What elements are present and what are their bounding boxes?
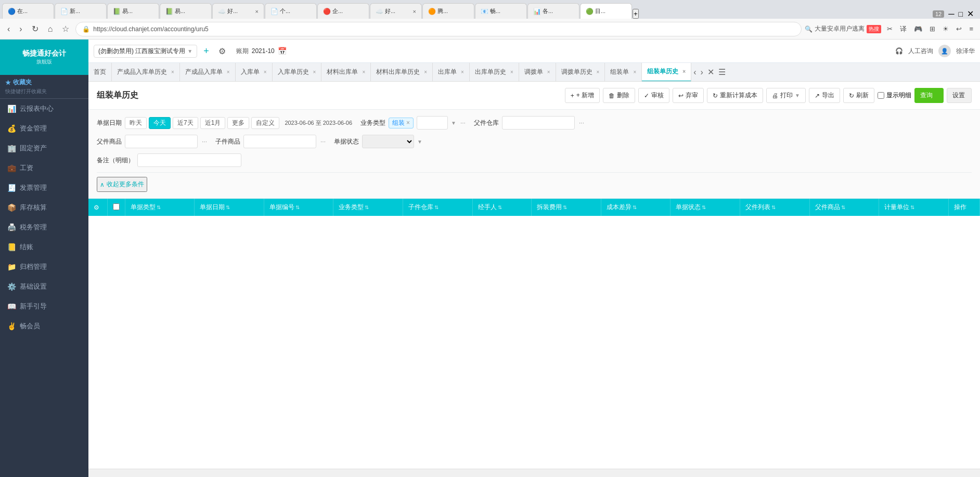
more-options-icon[interactable]: ··· — [579, 119, 584, 126]
close-icon[interactable]: × — [682, 69, 686, 74]
company-settings-button[interactable]: ⚙ — [215, 44, 229, 58]
sidebar-item-settings[interactable]: ⚙️ 基础设置 — [0, 277, 88, 296]
parent-goods-input[interactable] — [125, 135, 198, 148]
sidebar-item-reports[interactable]: 📊 云报表中心 — [0, 99, 88, 119]
sidebar-item-fixed-assets[interactable]: 🏢 固定资产 — [0, 138, 88, 158]
print-button[interactable]: 🖨 打印 ▼ — [766, 88, 806, 103]
tab-material-outbound-history[interactable]: 材料出库单历史 × — [371, 63, 433, 82]
th-dismantling-fee[interactable]: 拆装费用⇅ — [532, 199, 601, 216]
close-icon[interactable]: × — [227, 69, 230, 75]
sidebar-favorites[interactable]: ★ 收藏夹 快捷键打开收藏夹 — [0, 75, 88, 99]
select-all-checkbox[interactable] — [113, 203, 120, 210]
th-child-warehouse[interactable]: 子件仓库⇅ — [403, 199, 473, 216]
close-icon[interactable]: × — [255, 8, 259, 15]
date-1month-button[interactable]: 近1月 — [200, 117, 226, 129]
back-button[interactable]: ‹ — [4, 22, 13, 36]
tab-product-inbound[interactable]: 产成品入库单 × — [180, 63, 236, 82]
close-icon[interactable]: × — [264, 69, 267, 75]
refresh-button[interactable]: ↻ 刷新 — [843, 88, 874, 103]
sidebar-item-settlement[interactable]: 📒 结账 — [0, 237, 88, 257]
th-parent-list[interactable]: 父件列表⇅ — [740, 199, 809, 216]
tabs-prev-button[interactable]: ‹ — [691, 67, 698, 78]
tabs-next-button[interactable]: › — [698, 67, 705, 78]
th-settings[interactable]: ⚙ — [88, 199, 107, 216]
delete-button[interactable]: 🗑 删除 — [603, 88, 635, 103]
abandon-button[interactable]: ↩ 弃审 — [673, 88, 704, 103]
close-icon[interactable]: × — [633, 69, 636, 75]
browser-tab-4[interactable]: 📗 易... — [160, 3, 212, 19]
tab-inbound-history[interactable]: 入库单历史 × — [273, 63, 322, 82]
tab-outbound[interactable]: 出库单 × — [433, 63, 470, 82]
show-detail-checkbox[interactable]: 显示明细 — [878, 91, 911, 100]
sidebar-item-salary[interactable]: 💼 工资 — [0, 158, 88, 178]
show-detail-input[interactable] — [878, 92, 884, 99]
translate-button[interactable]: 译 — [897, 23, 909, 35]
date-today-button[interactable]: 今天 — [149, 117, 171, 129]
browser-tab-11[interactable]: 📊 各... — [527, 3, 579, 19]
child-goods-input[interactable] — [243, 135, 316, 148]
more-options-icon[interactable]: ··· — [202, 138, 207, 145]
tab-transfer-history[interactable]: 调拨单历史 × — [556, 63, 605, 82]
tab-material-outbound[interactable]: 材料出库单 × — [321, 63, 371, 82]
more-options-icon[interactable]: ··· — [460, 119, 466, 126]
close-icon[interactable]: × — [413, 8, 416, 15]
chevron-down-icon[interactable]: ▼ — [451, 120, 456, 126]
more-options-icon[interactable]: ··· — [320, 138, 326, 145]
minimize-icon[interactable]: ─ — [948, 9, 954, 19]
th-order-no[interactable]: 单据编号⇅ — [264, 199, 333, 216]
close-icon[interactable]: × — [597, 69, 600, 75]
close-icon[interactable]: × — [171, 69, 174, 75]
add-company-button[interactable]: + — [200, 44, 212, 59]
export-button[interactable]: ↗ 导出 — [809, 88, 840, 103]
collapse-button[interactable]: ∧ 收起更多条件 — [97, 177, 147, 192]
browser-tab-5[interactable]: ☁️ 好... × — [212, 3, 264, 19]
add-button[interactable]: + + 新增 — [565, 88, 600, 103]
undo-button[interactable]: ↩ — [953, 23, 964, 34]
scissors-button[interactable]: ✂ — [884, 23, 895, 34]
browser-tab-6[interactable]: 📄 个... — [265, 3, 317, 19]
browser-tab-1[interactable]: 🔵 在... — [2, 3, 54, 19]
query-button[interactable]: 查询 — [914, 88, 944, 103]
tab-product-inbound-history[interactable]: 产成品入库单历史 × — [112, 63, 180, 82]
th-handler[interactable]: 经手人⇅ — [472, 199, 531, 216]
browser-tab-8[interactable]: ☁️ 好... × — [370, 3, 422, 19]
close-icon[interactable]: × — [461, 69, 464, 75]
sidebar-item-member[interactable]: ✌ 畅会员 — [0, 316, 88, 336]
sidebar-item-funds[interactable]: 💰 资金管理 — [0, 119, 88, 138]
date-7days-button[interactable]: 近7天 — [173, 117, 198, 129]
audit-button[interactable]: ✓ 审核 — [638, 88, 669, 103]
tab-home[interactable]: 首页 — [88, 63, 112, 82]
sidebar-item-invoice[interactable]: 🧾 发票管理 — [0, 178, 88, 198]
company-selector[interactable]: (勿删勿禁用) 江西服宝测试专用 ▼ — [94, 45, 197, 58]
filter-settings-button[interactable]: 设置 — [947, 88, 972, 103]
browser-tab-3[interactable]: 📗 易... — [107, 3, 159, 19]
game-button[interactable]: 🎮 — [911, 23, 925, 34]
date-custom-button[interactable]: 自定义 — [251, 117, 279, 129]
browser-tab-10[interactable]: 📧 畅... — [475, 3, 527, 19]
remove-tag-icon[interactable]: × — [406, 119, 410, 126]
close-window-icon[interactable]: ✕ — [967, 9, 974, 19]
new-tab-button[interactable]: + — [633, 9, 639, 19]
bookmark-button[interactable]: ☆ — [59, 22, 72, 36]
business-type-input[interactable] — [417, 116, 448, 130]
close-icon[interactable]: × — [362, 69, 365, 75]
home-button[interactable]: ⌂ — [45, 22, 56, 36]
grid-button[interactable]: ⊞ — [927, 23, 938, 34]
calendar-icon[interactable]: 📅 — [278, 47, 287, 55]
th-order-type[interactable]: 单据类型⇅ — [125, 199, 195, 216]
tabs-menu-button[interactable]: ☰ — [716, 66, 728, 78]
th-unit[interactable]: 计量单位⇅ — [879, 199, 949, 216]
notes-input[interactable] — [137, 153, 241, 167]
sidebar-item-archive[interactable]: 📁 归档管理 — [0, 257, 88, 277]
th-cost-diff[interactable]: 成本差异⇅ — [601, 199, 670, 216]
parent-warehouse-input[interactable] — [502, 116, 575, 130]
close-icon[interactable]: × — [424, 69, 427, 75]
menu-button[interactable]: ≡ — [966, 23, 976, 34]
tab-outbound-history[interactable]: 出库单历史 × — [470, 63, 519, 82]
close-icon[interactable]: × — [547, 69, 550, 75]
sidebar-item-tax[interactable]: 🖨️ 税务管理 — [0, 217, 88, 237]
date-more-button[interactable]: 更多 — [227, 117, 249, 129]
tab-inbound[interactable]: 入库单 × — [236, 63, 273, 82]
maximize-icon[interactable]: □ — [959, 10, 963, 18]
tabs-close-button[interactable]: ✕ — [705, 66, 716, 78]
